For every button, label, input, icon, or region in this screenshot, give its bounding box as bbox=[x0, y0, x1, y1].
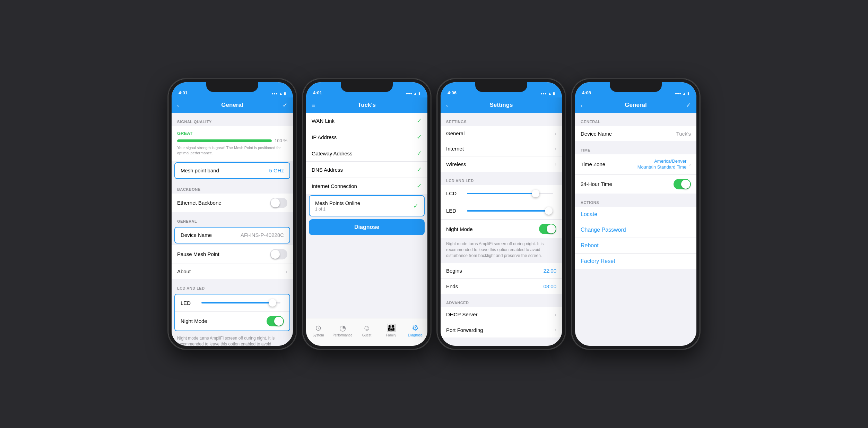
signal-desc: Your signal strength is great! The Mesh … bbox=[177, 145, 287, 156]
backbone-header: BACKBONE bbox=[172, 180, 293, 194]
led-slider-row[interactable]: LED bbox=[175, 294, 289, 312]
tab-family[interactable]: 👨‍👩‍👧 Family bbox=[379, 324, 403, 337]
timezone-label: Time Zone bbox=[581, 161, 605, 167]
wifi-icon: ▲ bbox=[279, 92, 283, 95]
tab-guest[interactable]: ☺ Guest bbox=[355, 324, 379, 337]
signal-bar-track bbox=[177, 139, 272, 142]
device-name-row[interactable]: Device Name AFi-INS-P-40228C bbox=[175, 228, 289, 243]
general-settings-row[interactable]: General › bbox=[441, 126, 562, 141]
settings-header: SETTINGS bbox=[441, 113, 562, 126]
back-button-3[interactable]: ‹ bbox=[446, 102, 448, 108]
nav-bar-3: ‹ Settings bbox=[441, 97, 562, 113]
ethernet-backbone-toggle[interactable] bbox=[270, 198, 287, 208]
led-slider-knob[interactable] bbox=[269, 299, 276, 307]
pause-mesh-row[interactable]: Pause Mesh Point bbox=[172, 245, 293, 264]
tab-bar-2: ⊙ System ◔ Performance ☺ Guest 👨‍👩‍👧 Fam… bbox=[306, 318, 427, 346]
hour24-row[interactable]: 24-Hour Time bbox=[575, 175, 696, 194]
scroll-content-3[interactable]: SETTINGS General › Internet › Wireless › bbox=[441, 113, 562, 346]
timezone-row[interactable]: Time Zone America/DenverMountain Standar… bbox=[575, 154, 696, 175]
wireless-row[interactable]: Wireless › bbox=[441, 156, 562, 172]
port-forwarding-row[interactable]: Port Forwarding › bbox=[441, 322, 562, 337]
factory-reset-action[interactable]: Factory Reset bbox=[575, 254, 696, 269]
dns-check-icon: ✓ bbox=[417, 166, 422, 173]
scroll-content-4[interactable]: GENERAL Device Name Tuck's TIME Time Zon… bbox=[575, 113, 696, 346]
led-slider[interactable] bbox=[201, 302, 280, 303]
change-password-action[interactable]: Change Password bbox=[575, 222, 696, 238]
back-button-4[interactable]: ‹ bbox=[581, 102, 582, 108]
internet-connection-row[interactable]: Internet Connection ✓ bbox=[306, 178, 427, 194]
settings-group: General › Internet › Wireless › bbox=[441, 126, 562, 172]
system-icon: ⊙ bbox=[315, 324, 321, 333]
tab-performance-label: Performance bbox=[332, 333, 352, 337]
dns-address-row[interactable]: DNS Address ✓ bbox=[306, 162, 427, 178]
night-mode-toggle[interactable] bbox=[267, 316, 284, 326]
mesh-band-row[interactable]: Mesh point band 5 GHz bbox=[175, 163, 289, 178]
about-row[interactable]: About › bbox=[172, 264, 293, 279]
chevron-general-icon: › bbox=[555, 131, 556, 136]
status-time-4: 4:08 bbox=[582, 90, 591, 95]
status-icons-1: ●●● ▲ ▮ bbox=[271, 92, 286, 95]
battery-icon-4: ▮ bbox=[687, 92, 689, 95]
night-mode-toggle-3[interactable] bbox=[539, 224, 556, 234]
scroll-content-1[interactable]: SIGNAL QUALITY GREAT 100 % Your signal s… bbox=[172, 113, 293, 346]
begins-ends-group: Begins 22:00 Ends 08:00 bbox=[441, 263, 562, 294]
ends-label: Ends bbox=[446, 283, 458, 289]
ip-address-row[interactable]: IP Address ✓ bbox=[306, 129, 427, 145]
save-check-button-4[interactable]: ✓ bbox=[686, 102, 691, 109]
night-mode-label-3: Night Mode bbox=[446, 226, 473, 232]
performance-icon: ◔ bbox=[339, 324, 346, 333]
notch-4 bbox=[610, 82, 662, 92]
general-section-header: GENERAL bbox=[172, 212, 293, 225]
hour24-toggle[interactable] bbox=[674, 179, 691, 189]
nav-title-2: Tuck's bbox=[358, 102, 376, 109]
locate-action[interactable]: Locate bbox=[575, 207, 696, 222]
lcd-slider[interactable] bbox=[467, 193, 553, 194]
led-slider-track bbox=[201, 302, 280, 303]
tab-diagnose[interactable]: ⚙ Diagnose bbox=[403, 324, 427, 337]
back-button-1[interactable]: ‹ bbox=[177, 102, 179, 108]
led-slider-fill-3 bbox=[467, 210, 549, 212]
night-mode-row-3[interactable]: Night Mode bbox=[441, 220, 562, 238]
lcd-slider-knob[interactable] bbox=[532, 190, 539, 197]
scroll-content-2[interactable]: WAN Link ✓ IP Address ✓ Gateway Address … bbox=[306, 113, 427, 318]
mesh-points-row[interactable]: Mesh Points Online 1 of 1 ✓ bbox=[310, 196, 424, 216]
save-check-button-1[interactable]: ✓ bbox=[283, 102, 287, 109]
internet-label: Internet bbox=[446, 146, 464, 152]
night-mode-row[interactable]: Night Mode bbox=[175, 312, 289, 331]
tucks-status-group: WAN Link ✓ IP Address ✓ Gateway Address … bbox=[306, 113, 427, 194]
internet-row[interactable]: Internet › bbox=[441, 141, 562, 156]
tab-system[interactable]: ⊙ System bbox=[306, 324, 330, 337]
chevron-port-icon: › bbox=[555, 327, 556, 333]
ends-row[interactable]: Ends 08:00 bbox=[441, 279, 562, 294]
night-mode-label: Night Mode bbox=[181, 318, 207, 324]
toggle-knob-hour24 bbox=[681, 180, 690, 189]
pause-mesh-toggle[interactable] bbox=[270, 249, 287, 259]
device-name-row-4[interactable]: Device Name Tuck's bbox=[575, 126, 696, 141]
status-icons-2: ●●● ▲ ▮ bbox=[406, 92, 420, 95]
lcd-led-header: LCD AND LED bbox=[172, 279, 293, 292]
tab-performance[interactable]: ◔ Performance bbox=[330, 324, 355, 337]
wifi-icon-4: ▲ bbox=[683, 92, 686, 95]
diagnose-button[interactable]: Diagnose bbox=[309, 219, 425, 235]
signal-quality-header: SIGNAL QUALITY bbox=[172, 113, 293, 126]
hamburger-button[interactable]: ≡ bbox=[312, 102, 315, 109]
diagnose-icon: ⚙ bbox=[412, 324, 419, 333]
reboot-action[interactable]: Reboot bbox=[575, 238, 696, 254]
tab-guest-label: Guest bbox=[362, 333, 372, 337]
backbone-group: Ethernet Backbone bbox=[172, 194, 293, 212]
dhcp-label: DHCP Server bbox=[446, 311, 478, 317]
begins-row[interactable]: Begins 22:00 bbox=[441, 263, 562, 279]
led-slider-row-3[interactable]: LED bbox=[441, 202, 562, 220]
phone-1: 4:01 ●●● ▲ ▮ ‹ General ✓ SIGNAL QUALITY bbox=[168, 79, 296, 349]
pause-mesh-label: Pause Mesh Point bbox=[177, 251, 219, 257]
time-section-header: TIME bbox=[575, 141, 696, 154]
led-slider-knob-3[interactable] bbox=[545, 207, 553, 215]
ethernet-backbone-row[interactable]: Ethernet Backbone bbox=[172, 194, 293, 212]
gateway-address-row[interactable]: Gateway Address ✓ bbox=[306, 145, 427, 162]
lcd-slider-row[interactable]: LCD bbox=[441, 185, 562, 202]
dhcp-row[interactable]: DHCP Server › bbox=[441, 307, 562, 322]
night-desc-1: Night mode turns AmpliFi screen off duri… bbox=[172, 333, 293, 346]
advanced-header: ADVANCED bbox=[441, 294, 562, 307]
wan-link-row[interactable]: WAN Link ✓ bbox=[306, 113, 427, 129]
led-slider-3[interactable] bbox=[467, 210, 553, 212]
